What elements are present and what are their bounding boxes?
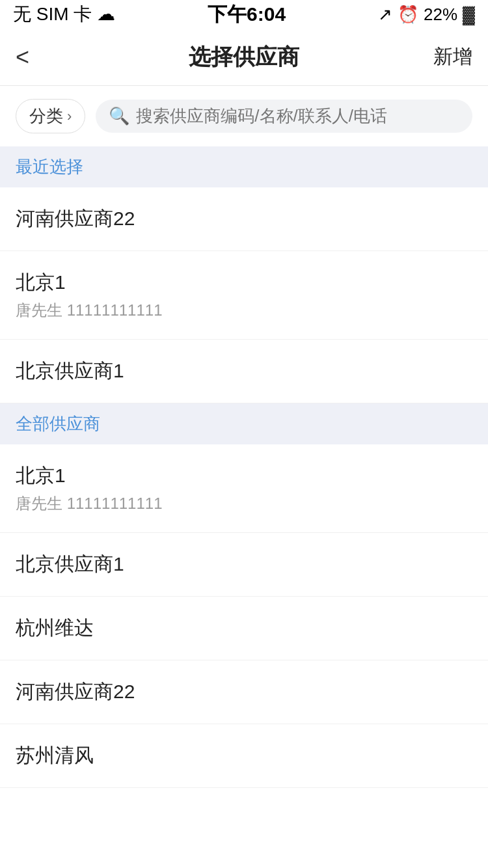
status-left: 无 SIM 卡 ☁: [13, 2, 115, 27]
search-bar: 🔍: [96, 100, 472, 133]
list-item[interactable]: 北京供应商1: [0, 533, 488, 597]
page-title: 选择供应商: [189, 42, 299, 72]
item-name: 河南供应商22: [16, 679, 472, 705]
status-right: ↗ ⏰ 22% ▓: [378, 5, 475, 25]
search-input[interactable]: [136, 106, 459, 126]
all-items-list: 北京1唐先生 11111111111北京供应商1杭州维达河南供应商22苏州清风: [0, 444, 488, 788]
item-name: 苏州清风: [16, 742, 472, 769]
item-name: 北京供应商1: [16, 358, 472, 385]
recent-section-header: 最近选择: [0, 146, 488, 187]
filter-bar: 分类 › 🔍: [0, 86, 488, 146]
item-sub: 唐先生 11111111111: [16, 300, 472, 321]
list-item[interactable]: 杭州维达: [0, 597, 488, 660]
category-label: 分类: [29, 105, 63, 128]
list-item[interactable]: 苏州清风: [0, 724, 488, 788]
all-section-header: 全部供应商: [0, 403, 488, 444]
add-button[interactable]: 新增: [433, 44, 472, 70]
all-section-label: 全部供应商: [16, 414, 100, 433]
list-item[interactable]: 北京1唐先生 11111111111: [0, 251, 488, 340]
nav-bar: < 选择供应商 新增: [0, 29, 488, 86]
recent-items-list: 河南供应商22北京1唐先生 11111111111北京供应商1: [0, 187, 488, 403]
item-name: 河南供应商22: [16, 206, 472, 232]
location-icon: ↗: [378, 5, 392, 25]
list-item[interactable]: 河南供应商22: [0, 660, 488, 724]
recent-section-label: 最近选择: [16, 157, 83, 176]
back-button[interactable]: <: [16, 44, 55, 71]
alarm-icon: ⏰: [398, 5, 418, 25]
wifi-icon: ☁: [97, 4, 115, 24]
category-filter-button[interactable]: 分类 ›: [16, 99, 85, 133]
search-icon: 🔍: [109, 106, 129, 126]
item-name: 北京供应商1: [16, 551, 472, 578]
status-bar: 无 SIM 卡 ☁ 下午6:04 ↗ ⏰ 22% ▓: [0, 0, 488, 29]
list-item[interactable]: 河南供应商22: [0, 187, 488, 251]
item-name: 杭州维达: [16, 615, 472, 642]
battery-percent: 22%: [424, 5, 457, 25]
item-sub: 唐先生 11111111111: [16, 493, 472, 514]
item-name: 北京1: [16, 463, 472, 489]
battery-icon: ▓: [463, 5, 475, 25]
chevron-right-icon: ›: [67, 108, 72, 125]
list-item[interactable]: 北京1唐先生 11111111111: [0, 444, 488, 533]
no-sim-label: 无 SIM 卡: [13, 4, 92, 24]
item-name: 北京1: [16, 269, 472, 296]
list-item[interactable]: 北京供应商1: [0, 340, 488, 403]
status-time: 下午6:04: [208, 1, 286, 28]
